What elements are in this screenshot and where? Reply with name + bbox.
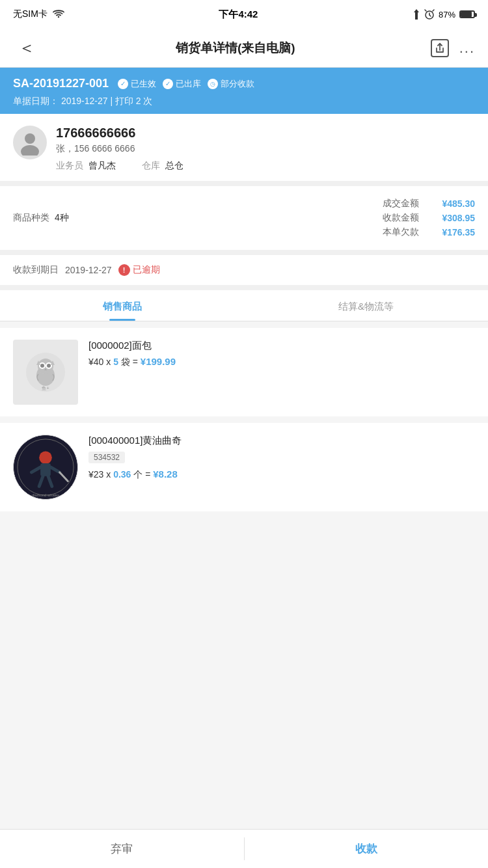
- sales-label: 业务员: [56, 160, 83, 172]
- transaction-row: 成交金额 ¥485.30: [383, 198, 475, 210]
- product-price-row-2: ¥23 x 0.36 个 = ¥8.28: [88, 468, 475, 481]
- total-1: ¥199.99: [141, 356, 176, 367]
- person-icon: [17, 129, 43, 156]
- tab-products[interactable]: 销售商品: [0, 290, 244, 321]
- customer-id: 17666666666: [56, 126, 475, 141]
- transaction-amount: ¥485.30: [429, 198, 475, 209]
- status-badges: ✓ 已生效 ✓ 已出库 ◷ 部分收款: [118, 78, 254, 90]
- product-image-1: 鱼+: [13, 340, 78, 405]
- check-icon-active: ✓: [118, 79, 128, 89]
- customer-name-phone: 张，156 6666 6666: [56, 143, 475, 155]
- badge-shipped-label: 已出库: [176, 78, 201, 90]
- back-button[interactable]: ＜: [13, 34, 40, 62]
- owed-row: 本单欠款 ¥176.35: [383, 226, 475, 238]
- warehouse-meta: 仓库 总仓: [142, 160, 183, 172]
- customer-info: 17666666666 张，156 6666 6666 业务员 曾凡杰 仓库 总…: [56, 126, 475, 172]
- cancel-button[interactable]: 弃审: [0, 830, 244, 868]
- product-item-1: 鱼+ [0000002]面包 ¥40 x 5 袋 = ¥199.99: [0, 328, 488, 416]
- svg-point-3: [25, 133, 35, 144]
- due-section: 收款到期日 2019-12-27 ! 已逾期: [0, 255, 488, 290]
- eq-separator-2: =: [145, 469, 153, 480]
- product-details-2: [000400001]黄油曲奇 534532 ¥23 x 0.36 个 = ¥8…: [88, 435, 475, 481]
- received-amount: ¥308.95: [429, 213, 475, 223]
- status-left: 无SIM卡: [13, 8, 64, 20]
- bottom-spacer: [0, 512, 488, 564]
- x-separator-2: x: [106, 469, 113, 480]
- share-icon: [435, 43, 445, 53]
- date-label: 单据日期：: [13, 96, 59, 106]
- sales-meta: 业务员 曾凡杰: [56, 160, 116, 172]
- order-id: SA-20191227-001: [13, 77, 109, 90]
- unit-price-1: ¥40: [88, 357, 103, 367]
- ninja-graphic: diamond whales: [14, 435, 77, 500]
- product-price-row-1: ¥40 x 5 袋 = ¥199.99: [88, 356, 475, 368]
- badge-partial: ◷ 部分收款: [208, 78, 254, 90]
- unit-price-2: ¥23: [88, 469, 103, 480]
- svg-text:diamond whales: diamond whales: [32, 493, 60, 497]
- svg-line-2: [429, 15, 431, 16]
- badge-active-label: 已生效: [131, 78, 156, 90]
- product-image-2: diamond whales: [13, 435, 78, 500]
- product-details-1: [0000002]面包 ¥40 x 5 袋 = ¥199.99: [88, 340, 475, 368]
- check-icon-shipped: ✓: [163, 79, 173, 89]
- customer-avatar: [13, 126, 47, 159]
- due-date-label: 收款到期日: [13, 264, 59, 276]
- alarm-icon: [424, 9, 435, 20]
- overdue-dot-icon: !: [118, 264, 130, 276]
- product-name-2: [000400001]黄油曲奇: [88, 435, 475, 447]
- sim-status: 无SIM卡: [13, 8, 47, 20]
- order-header: SA-20191227-001 ✓ 已生效 ✓ 已出库 ◷ 部分收款 单据日期：…: [0, 68, 488, 114]
- badge-active: ✓ 已生效: [118, 78, 156, 90]
- received-label: 收款金额: [383, 212, 419, 224]
- svg-text:鱼+: 鱼+: [42, 386, 49, 390]
- summary-section: 商品种类 4种 成交金额 ¥485.30 收款金额 ¥308.95 本单欠款 ¥…: [0, 186, 488, 255]
- tab-settlement[interactable]: 结算&物流等: [244, 290, 488, 321]
- svg-point-18: [39, 452, 52, 465]
- product-type-label: 商品种类: [13, 212, 49, 224]
- owed-label: 本单欠款: [383, 226, 419, 238]
- status-time: 下午4:42: [219, 8, 258, 21]
- owl-icon: 鱼+: [23, 349, 68, 395]
- order-date: 2019-12-27: [61, 96, 108, 106]
- share-button[interactable]: [431, 39, 449, 57]
- confirm-button[interactable]: 收款: [245, 830, 489, 868]
- more-button[interactable]: ...: [459, 40, 475, 57]
- svg-point-10: [40, 364, 44, 368]
- nav-bar: ＜ 销货单详情(来自电脑) ...: [0, 29, 488, 68]
- product-list: 鱼+ [0000002]面包 ¥40 x 5 袋 = ¥199.99: [0, 328, 488, 564]
- location-icon: [413, 9, 420, 20]
- quantity-2: 0.36: [113, 469, 131, 480]
- owed-amount: ¥176.35: [429, 227, 475, 237]
- overdue-label: 已逾期: [133, 264, 160, 276]
- wifi-icon: [53, 10, 64, 19]
- quantity-1: 5: [113, 357, 118, 367]
- page-title: 销货单详情(来自电脑): [176, 40, 295, 57]
- eq-separator-1: =: [133, 357, 141, 367]
- unit-2: 个: [133, 469, 142, 480]
- sales-name: 曾凡杰: [88, 160, 116, 172]
- product-placeholder-1: 鱼+: [13, 340, 78, 405]
- warehouse-label: 仓库: [142, 160, 160, 172]
- svg-rect-19: [40, 463, 51, 476]
- nav-actions: ...: [431, 39, 475, 57]
- print-count: | 打印 2 次: [110, 96, 152, 106]
- total-2: ¥8.28: [153, 468, 178, 480]
- product-item-2: diamond whales [000400001]黄油曲奇 534532 ¥2…: [0, 423, 488, 511]
- product-name-1: [0000002]面包: [88, 340, 475, 352]
- product-type-summary: 商品种类 4种: [13, 198, 69, 238]
- svg-point-4: [21, 145, 39, 156]
- tabs-section: 销售商品 结算&物流等: [0, 290, 488, 321]
- product-type-count: 4种: [55, 212, 69, 224]
- svg-point-11: [47, 364, 51, 368]
- overdue-badge: ! 已逾期: [118, 264, 160, 276]
- customer-meta: 业务员 曾凡杰 仓库 总仓: [56, 160, 475, 172]
- product-sku-badge: 534532: [88, 452, 125, 463]
- received-row: 收款金额 ¥308.95: [383, 212, 475, 224]
- unit-1: 袋: [121, 357, 130, 367]
- transaction-label: 成交金额: [383, 198, 419, 210]
- battery-percent: 87%: [439, 10, 455, 20]
- clock-icon: ◷: [208, 79, 218, 89]
- battery-icon: [459, 10, 475, 18]
- status-bar: 无SIM卡 下午4:42 87%: [0, 0, 488, 29]
- due-date-value: 2019-12-27: [65, 265, 112, 275]
